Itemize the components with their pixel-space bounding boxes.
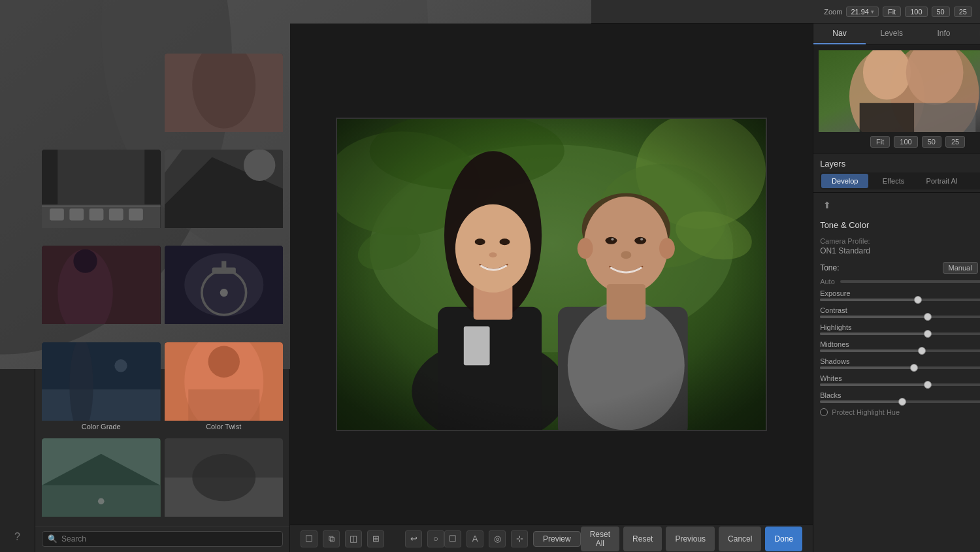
search-input[interactable] (61, 534, 277, 544)
contrast-thumb[interactable] (924, 313, 932, 321)
nav-zoom-25[interactable]: 25 (945, 136, 965, 148)
svg-rect-15 (109, 208, 123, 220)
tab-levels[interactable]: Levels (866, 24, 918, 44)
preset-bw-films-thumb (42, 150, 161, 228)
camera-profile-value: ON1 Standard (820, 246, 980, 255)
done-button[interactable]: Done (765, 527, 802, 551)
cancel-button[interactable]: Cancel (719, 527, 761, 551)
text-overlay-btn[interactable]: A (466, 530, 483, 547)
tab-develop[interactable]: Develop (821, 174, 868, 188)
midtones-fill (820, 349, 921, 352)
before-after-btn[interactable]: ↩ (405, 530, 422, 547)
highlights-label: Highlights (820, 323, 851, 331)
zoom-100-button[interactable]: 100 (905, 7, 927, 17)
preset-color-grade[interactable]: Color Grade (42, 342, 161, 434)
reset-all-button[interactable]: Reset All (581, 527, 619, 551)
slider-blacks: Blacks 0 (820, 391, 980, 403)
svg-rect-32 (42, 389, 161, 421)
layout-quad-btn[interactable]: ⊞ (367, 530, 384, 547)
tab-history[interactable]: History ↻ (970, 24, 980, 44)
preview-button[interactable]: Preview (533, 531, 581, 547)
canvas-area: ☐ ⧉ ◫ ⊞ ↩ ○ ☐ A ◎ ⊹ Preview Reset All Re… (290, 24, 813, 552)
reset-button[interactable]: Reset (623, 527, 662, 551)
preset-item10-label (165, 517, 284, 522)
whites-track[interactable] (820, 383, 980, 386)
circle-overlay-btn[interactable]: ◎ (489, 530, 506, 547)
compare-btn[interactable]: ○ (427, 530, 444, 547)
slider-shadows: Shadows 0 (820, 357, 980, 369)
tab-local[interactable]: Local (967, 174, 980, 188)
tone-manual-button[interactable]: Manual (943, 262, 978, 274)
blacks-thumb[interactable] (898, 398, 906, 406)
layout-single-btn[interactable]: ☐ (301, 530, 318, 547)
svg-rect-12 (50, 208, 64, 220)
bottom-left-tools: ☐ ⧉ ◫ ⊞ ↩ ○ (301, 530, 444, 547)
whites-fill (820, 383, 927, 386)
svg-point-42 (98, 498, 105, 504)
layers-tabs: Develop Effects Portrait AI Local (820, 172, 980, 189)
exposure-thumb[interactable] (914, 296, 922, 304)
layout-split-btn[interactable]: ◫ (345, 530, 362, 547)
nav-zoom-50[interactable]: 50 (922, 136, 941, 148)
shadows-thumb[interactable] (910, 364, 918, 372)
svg-rect-82 (914, 103, 975, 132)
bottom-toolbar: ☐ ⧉ ◫ ⊞ ↩ ○ ☐ A ◎ ⊹ Preview Reset All Re… (290, 525, 813, 552)
zoom-25-button[interactable]: 25 (954, 7, 972, 17)
tab-effects[interactable]: Effects (870, 174, 917, 188)
slider-contrast: Contrast 0 (820, 306, 980, 318)
presets-grid: B&W Alternative B&W Faded & Matte (35, 50, 289, 527)
protect-highlight-label: Protect Highlight Hue (832, 408, 900, 416)
layer-upload-icon[interactable]: ⬆ (820, 198, 834, 212)
midtones-track[interactable] (820, 349, 980, 352)
tone-section: ⬆ ↺ Tone & Color ↺ Camera Profile: ON1 S… (813, 193, 980, 421)
protect-highlight-row: Protect Highlight Hue (820, 408, 980, 416)
midtones-label: Midtones (820, 340, 849, 348)
help-icon: ? (14, 532, 20, 542)
slider-midtones: Midtones 0 (820, 340, 980, 352)
preset-color-twist-thumb (165, 342, 284, 421)
svg-point-45 (192, 453, 255, 501)
nav-zoom-fit[interactable]: Fit (870, 136, 890, 148)
preset-item9[interactable] (42, 438, 161, 523)
tab-nav[interactable]: Nav (813, 24, 866, 44)
svg-rect-13 (69, 208, 84, 220)
canvas-main[interactable] (290, 24, 813, 525)
exposure-label: Exposure (820, 289, 850, 297)
tab-portrait-ai[interactable]: Portrait AI (919, 174, 966, 188)
highlights-track[interactable] (820, 333, 980, 335)
midtones-thumb[interactable] (918, 347, 926, 355)
exposure-track[interactable] (820, 299, 980, 301)
right-panel: Nav Levels Info History ↻ (813, 24, 980, 552)
svg-rect-38 (188, 389, 259, 421)
svg-rect-14 (90, 208, 104, 220)
preset-color-twist[interactable]: Color Twist (165, 342, 284, 434)
tab-info[interactable]: Info (918, 24, 970, 44)
layout-double-btn[interactable]: ⧉ (323, 530, 340, 547)
whites-thumb[interactable] (924, 381, 932, 389)
grid-overlay-btn[interactable]: ⊹ (511, 530, 528, 547)
nav-zoom-100[interactable]: 100 (894, 136, 917, 148)
tone-color-title: Tone & Color (820, 220, 869, 230)
bottom-action-buttons: Reset All Reset Previous Cancel Done (581, 527, 802, 551)
tool-help[interactable]: ? (3, 528, 33, 547)
previous-button[interactable]: Previous (666, 527, 715, 551)
zoom-50-button[interactable]: 50 (932, 7, 950, 17)
preset-color-twist-label: Color Twist (165, 421, 284, 434)
blacks-fill (820, 400, 902, 403)
shadows-track[interactable] (820, 366, 980, 369)
zoom-value[interactable]: 21.94 ▾ (846, 7, 879, 17)
presets-search: 🔍 (35, 527, 289, 552)
contrast-track[interactable] (820, 316, 980, 318)
svg-rect-81 (860, 103, 915, 132)
svg-rect-30 (221, 261, 226, 271)
protect-highlight-checkbox[interactable] (820, 408, 828, 416)
preset-item10[interactable] (165, 438, 284, 523)
highlights-thumb[interactable] (924, 330, 932, 338)
tone-color-header: Tone & Color ↺ (820, 218, 980, 232)
blacks-track[interactable] (820, 400, 980, 403)
preset-bw-alt[interactable]: B&W Alternative (42, 54, 161, 146)
mask-overlay-btn[interactable]: ☐ (444, 530, 461, 547)
zoom-fit-button[interactable]: Fit (883, 7, 901, 17)
preset-bw-alt-thumb (42, 54, 161, 132)
preset-color-grade-thumb (42, 342, 161, 421)
